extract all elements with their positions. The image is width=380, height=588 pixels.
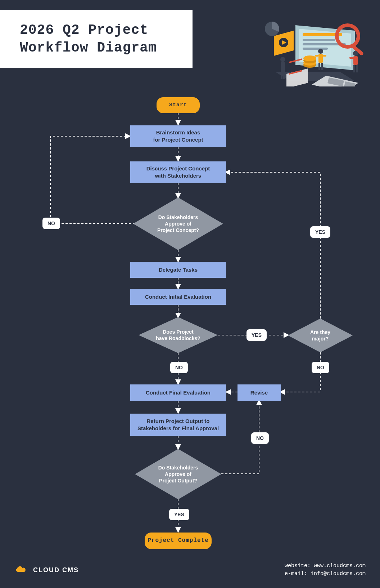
badge-major-yes: YES <box>310 226 330 238</box>
no-label: NO <box>48 220 55 226</box>
approve-concept-l3: Project Concept? <box>157 227 199 233</box>
node-complete: Project Complete <box>145 533 212 549</box>
footer: CLOUD CMS website: www.cloudcms.com e-ma… <box>0 559 380 588</box>
contact-block: website: www.cloudcms.com e-mail: info@c… <box>285 562 366 578</box>
email-value: info@cloudcms.com <box>311 571 366 577</box>
cloud-icon <box>14 565 28 575</box>
initial-eval-label: Conduct Initial Evaluation <box>145 293 211 300</box>
node-approve-concept: Do Stakeholders Approve of Project Conce… <box>133 197 223 250</box>
website-value: www.cloudcms.com <box>314 563 366 569</box>
node-delegate: Delegate Tasks <box>130 262 226 278</box>
badge-major-no: NO <box>312 362 329 373</box>
node-start: Start <box>157 97 200 113</box>
approve-concept-l1: Do Stakeholders <box>158 214 198 220</box>
no-label: NO <box>175 365 183 370</box>
badge-roadblocks-yes: YES <box>246 329 267 341</box>
return-output-l2: Stakeholders for Final Approval <box>137 425 219 431</box>
badge-approve-output-yes: YES <box>169 509 189 520</box>
discuss-line2: with Stakeholders <box>155 173 201 179</box>
no-label: NO <box>317 365 324 370</box>
badge-approve-concept-no: NO <box>42 218 60 229</box>
yes-label: YES <box>174 512 184 517</box>
approve-output-l2: Approve of <box>165 471 191 477</box>
node-return-output: Return Project Output to Stakeholders fo… <box>130 414 226 436</box>
approve-output-l3: Project Output? <box>159 478 197 484</box>
brand: CLOUD CMS <box>14 565 79 575</box>
delegate-label: Delegate Tasks <box>159 266 198 273</box>
flowchart: Start Brainstorm Ideas for Project Conce… <box>0 0 380 588</box>
roadblocks-l1: Does Project <box>163 329 194 335</box>
node-approve-output: Do Stakeholders Approve of Project Outpu… <box>135 449 221 499</box>
brainstorm-line2: for Project Concept <box>153 137 203 143</box>
approve-output-l1: Do Stakeholders <box>158 465 198 471</box>
return-output-l1: Return Project Output to <box>146 418 209 424</box>
revise-label: Revise <box>250 389 268 396</box>
node-major: Are they major? <box>288 318 353 352</box>
final-eval-label: Conduct Final Evaluation <box>146 389 211 396</box>
node-revise: Revise <box>238 384 281 401</box>
major-l1: Are they <box>310 329 330 335</box>
website-label: website: <box>285 563 311 569</box>
roadblocks-l2: have Roadblocks? <box>156 335 200 341</box>
brand-name: CLOUD CMS <box>33 566 79 574</box>
node-final-eval: Conduct Final Evaluation <box>130 384 226 401</box>
brainstorm-line1: Brainstorm Ideas <box>156 129 200 135</box>
node-roadblocks: Does Project have Roadblocks? <box>139 317 218 353</box>
approve-concept-l2: Approve of <box>165 221 191 227</box>
email-label: e-mail: <box>285 571 307 577</box>
complete-label: Project Complete <box>148 537 209 545</box>
major-l2: major? <box>312 336 329 342</box>
badge-approve-output-no: NO <box>251 432 269 444</box>
node-discuss: Discuss Project Concept with Stakeholder… <box>130 161 226 183</box>
start-label: Start <box>169 102 187 109</box>
node-initial-eval: Conduct Initial Evaluation <box>130 289 226 305</box>
discuss-line1: Discuss Project Concept <box>146 165 210 172</box>
badge-roadblocks-no: NO <box>170 362 188 373</box>
no-label: NO <box>256 435 264 441</box>
yes-label: YES <box>252 332 262 338</box>
yes-label: YES <box>315 229 325 235</box>
node-brainstorm: Brainstorm Ideas for Project Concept <box>130 125 226 147</box>
